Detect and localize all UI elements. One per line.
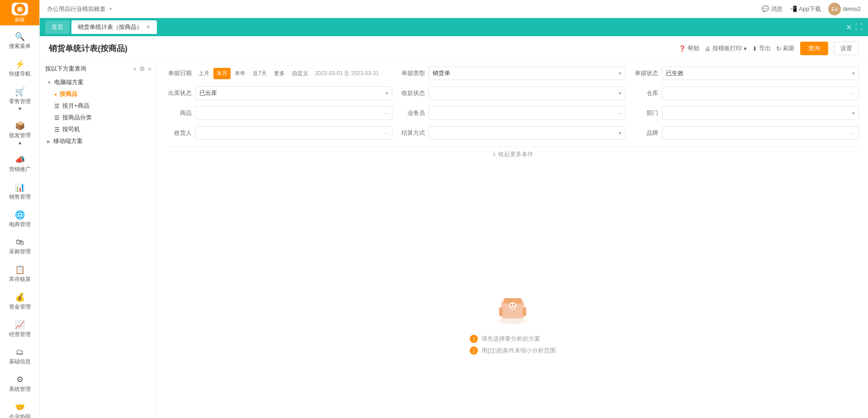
brand-more-icon[interactable]: ··· [851,130,855,136]
sidebar-item-search-label: 搜索菜单 [9,43,31,50]
sales-icon: 📊 [15,182,25,192]
sidebar-item-marketing[interactable]: 📣 营销推广 [0,150,39,178]
date-tab-lastmonth[interactable]: 上月 [195,68,212,79]
app-name: 办公用品行业模拟账套 [47,5,106,13]
user-btn[interactable]: Ea demo2 [828,3,861,15]
tree-item-pc[interactable]: ▼ 电脑端方案 [40,76,157,88]
status-value: 已生效 [666,69,684,77]
settlement-label: 结算方式 [400,129,425,137]
warehouse-dropdown-icon[interactable]: ▾ [386,90,388,96]
finance-icon: 💰 [15,292,25,302]
app-dropdown-icon[interactable]: ▾ [109,6,112,11]
sidebar: 畅 标版 🔍 搜索菜单 ⚡ 快捷导航 🛒 零售管理 ▾ 📦 批发管理 ▴ 📣 营… [0,0,40,418]
tree-item-by-goods[interactable]: ● 按商品 [40,88,157,100]
message-btn[interactable]: 💬 消息 [762,5,783,13]
sidebar-item-operation-label: 经营管理 [9,331,31,338]
goods-more-icon[interactable]: ··· [384,110,388,116]
sidebar-item-enterprise[interactable]: 🤝 企业协同 [0,398,39,418]
goods-field[interactable]: ··· [195,106,392,120]
sidebar-item-basic[interactable]: 🗂 基础信息 [0,343,39,370]
sidebar-menu: 🔍 搜索菜单 ⚡ 快捷导航 🛒 零售管理 ▾ 📦 批发管理 ▴ 📣 营销推广 📊… [0,25,39,418]
settings-button[interactable]: 设置 [834,42,859,55]
type-field[interactable]: 销货单 ▾ [429,66,626,80]
sidebar-item-basic-label: 基础信息 [9,358,31,366]
brand-field[interactable]: ··· [662,126,859,140]
warehouse-field[interactable]: 已出库 ▾ [195,86,392,100]
sidebar-item-inventory[interactable]: 📋 库存核算 [0,260,39,288]
payment-dropdown-icon[interactable]: ▾ [619,90,622,96]
app-download-btn[interactable]: 📲 App下载 [790,5,821,13]
staff-field[interactable]: ··· [429,106,626,120]
date-tab-thismonth[interactable]: 本月 [213,68,231,79]
chevron-down-icon: ▾ [19,105,21,112]
filter-row-2: 出库状态 已出库 ▾ 收款状态 ▾ [166,86,859,100]
query-button[interactable]: 查询 [800,42,828,55]
settings-scheme-icon[interactable]: ⚙ [139,65,145,72]
tree-item-category[interactable]: ☰ 按商品分类 [40,112,157,124]
system-icon: ⚙ [16,375,24,385]
tree-item-mobile[interactable]: ▶ 移动端方案 [40,135,157,147]
tree-item-month-goods[interactable]: ☰ 按月+商品 [40,100,157,112]
help-label: 帮助 [688,44,699,52]
status-field[interactable]: 已生效 ▾ [662,66,859,80]
add-scheme-icon[interactable]: + [133,65,137,72]
tree-item-driver[interactable]: ☰ 按司机 [40,124,157,135]
export-btn[interactable]: ⬇ 导出 [752,44,771,52]
message-label: 消息 [771,5,783,13]
date-tab-custom[interactable]: 自定义 [289,68,311,79]
download-icon: 📲 [790,5,797,12]
date-tab-7days[interactable]: 近7天 [250,68,270,79]
type-dropdown-icon[interactable]: ▾ [619,71,622,76]
tree-item-pc-label: 电脑端方案 [54,78,84,86]
tab-report[interactable]: 销货单统计表（按商品） ✕ [71,20,157,34]
sidebar-item-system[interactable]: ⚙ 系统管理 [0,370,39,398]
help-btn[interactable]: ❓ 帮助 [679,44,699,52]
print-dropdown-icon[interactable]: ▾ [744,45,747,52]
settlement-dropdown-icon[interactable]: ▾ [619,130,622,136]
dept-dropdown-icon[interactable]: ▾ [852,110,855,116]
tree-collapse-icon: ▶ [47,139,51,144]
filter-item-warehouse: 出库状态 已出库 ▾ [166,86,392,100]
close-window-icon[interactable]: ✕ [846,23,852,32]
sidebar-item-search[interactable]: 🔍 搜索菜单 [0,27,39,55]
refresh-btn[interactable]: ↻ 刷新 [776,44,795,52]
date-tab-thisyear[interactable]: 本年 [231,68,249,79]
sidebar-item-operation[interactable]: 📈 经营管理 [0,315,39,343]
staff-more-icon[interactable]: ··· [618,110,622,116]
collapse-bar[interactable]: ∧ 收起更多条件 [166,146,859,162]
tab-bar: 首页 销货单统计表（按商品） ✕ ✕ ⛶ [40,18,868,36]
store-field[interactable]: ··· [662,86,859,100]
tab-close-icon[interactable]: ✕ [146,24,151,30]
sidebar-item-wholesale[interactable]: 📦 批发管理 ▴ [0,116,39,150]
tree-icon-driver: ☰ [54,126,60,133]
message-icon: 💬 [762,5,769,12]
status-dropdown-icon[interactable]: ▾ [852,71,855,76]
sidebar-item-quicknav[interactable]: ⚡ 快捷导航 [0,55,39,82]
sidebar-item-retail[interactable]: 🛒 零售管理 ▾ [0,82,39,116]
warehouse-label: 出库状态 [166,89,192,97]
store-more-icon[interactable]: ··· [851,90,855,96]
receiver-more-icon[interactable]: ··· [384,130,388,136]
dept-field[interactable]: ▾ [662,106,859,120]
receiver-field[interactable]: ··· [195,126,392,140]
tab-home[interactable]: 首页 [45,20,70,34]
sidebar-item-wholesale-label: 批发管理 [9,132,31,139]
tree-icon-category: ☰ [54,114,60,121]
sidebar-item-finance[interactable]: 💰 资金管理 [0,288,39,315]
collapse-sidebar-icon[interactable]: « [148,65,151,72]
template-print-btn[interactable]: 🖨 按模板打印 ▾ [705,44,747,52]
filter-tree: ▼ 电脑端方案 ● 按商品 ☰ 按月+商品 ☰ [40,76,157,147]
sidebar-item-sales[interactable]: 📊 销售管理 [0,178,39,205]
sidebar-item-inventory-label: 库存核算 [9,276,31,283]
payment-field[interactable]: ▾ [429,86,626,100]
sidebar-item-purchase[interactable]: 🛍 采购管理 [0,233,39,260]
date-tab-more[interactable]: 更多 [271,68,288,79]
search-icon: 🔍 [15,32,25,42]
sidebar-item-sales-label: 销售管理 [9,193,31,201]
tree-item-driver-label: 按司机 [62,125,80,133]
settlement-field[interactable]: ▾ [429,126,626,140]
sidebar-item-ecommerce[interactable]: 🌐 电商管理 [0,205,39,233]
export-label: 导出 [759,44,771,52]
avatar: Ea [828,3,841,15]
maximize-icon[interactable]: ⛶ [855,23,863,31]
